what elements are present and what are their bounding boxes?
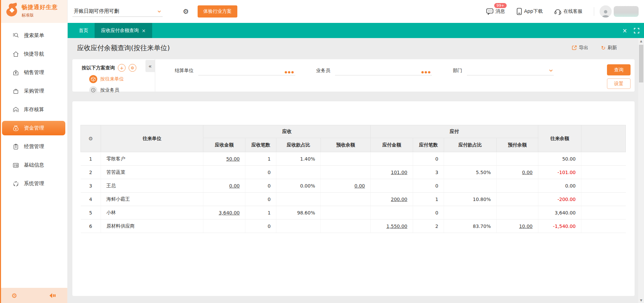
main-area: 开账日期可停用可删 ⚙ 体验行业方案 消息 99+ App下载 在线客服: [68, 0, 644, 303]
sidebar-item-purchase[interactable]: 采购管理: [0, 82, 67, 100]
amount-link[interactable]: 1,550.00: [386, 224, 407, 229]
close-all-tabs-icon[interactable]: ×: [622, 27, 627, 34]
sidebar-item-search-menu[interactable]: 搜索菜单: [0, 26, 67, 45]
scheme-settings-icon[interactable]: ⚙: [129, 64, 136, 72]
avatar[interactable]: [600, 5, 612, 18]
page-title: 应收应付余额查询(按往来单位): [77, 43, 170, 53]
table-row: 5 小林 3,640.00 1 98.60% 0 3,640.00: [81, 206, 626, 220]
tab-balance-query[interactable]: 应收应付余额查询 ×: [95, 23, 152, 38]
sidebar-item-inventory[interactable]: 库存核算: [0, 100, 67, 119]
field-label-salesman: 业务员: [316, 67, 330, 74]
collapse-panel-icon[interactable]: «: [145, 60, 155, 72]
unit-name: 小林: [101, 206, 203, 220]
search-icon: [12, 32, 20, 39]
department-select[interactable]: [467, 67, 554, 75]
user-name-redacted[interactable]: [614, 6, 639, 17]
table-row: 6 原材料供应商 0 1,550.00 2 83.70% 10.00 -1,54…: [81, 220, 626, 233]
sidebar-item-funds[interactable]: 资金管理: [0, 119, 67, 137]
amount-link[interactable]: 101.00: [391, 170, 407, 175]
user-icon: [601, 9, 610, 18]
sidebar: 畅捷通好生意 标准版 搜索菜单 快捷导航 销售管理: [0, 0, 68, 303]
amount-link[interactable]: 0.00: [354, 183, 365, 189]
col-group-receivable: 应收: [203, 125, 371, 138]
scrollbar-thumb[interactable]: [639, 45, 643, 82]
sidebar-settings-icon[interactable]: ⚙: [11, 292, 17, 299]
amount-link[interactable]: 3,640.00: [219, 210, 240, 215]
amount-link[interactable]: 10.00: [519, 224, 533, 229]
col-yf-count: 应付笔数: [413, 138, 444, 152]
brand-name: 畅捷通好生意: [22, 3, 58, 11]
id-card-icon: [12, 162, 20, 169]
table-row: 3 王总 0.00 0 0.00% 0.00 0 0.00: [81, 179, 626, 193]
filter-card: 按以下方案查询 + ⚙ « 按往来单位: [72, 59, 635, 92]
messages-button[interactable]: 消息 99+: [486, 8, 505, 15]
amount-link[interactable]: 200.00: [391, 197, 407, 202]
export-icon: [572, 45, 577, 50]
messages-label: 消息: [496, 8, 505, 14]
col-ys-pre: 预收余额: [321, 138, 371, 152]
window-accent-line: [0, 0, 1, 303]
export-button[interactable]: 导出: [572, 45, 588, 51]
query-button[interactable]: 查询: [607, 64, 631, 75]
sidebar-item-system[interactable]: 系统管理: [0, 174, 67, 193]
content-area: 按以下方案查询 + ⚙ « 按往来单位: [68, 58, 644, 303]
scheme-item-by-salesman[interactable]: 按业务员: [89, 86, 155, 94]
sidebar-item-basic-info[interactable]: 基础信息: [0, 156, 67, 174]
vertical-scrollbar[interactable]: ▲ ▼: [638, 38, 644, 303]
export-label: 导出: [579, 45, 588, 51]
unit-name: 原材料供应商: [101, 220, 203, 233]
col-balance: 往来余额: [538, 125, 581, 152]
tab-close-icon[interactable]: ×: [142, 28, 146, 33]
amount-link[interactable]: 0.00: [522, 170, 533, 175]
account-set-select[interactable]: 开账日期可停用可删: [72, 6, 163, 17]
refresh-button[interactable]: ↻ 刷新: [601, 45, 617, 51]
table-row: 1 零散客户 50.00 1 1.40% 0 50.00: [81, 152, 626, 166]
col-group-payable: 应付: [371, 125, 538, 138]
sidebar-item-operations[interactable]: 经营管理: [0, 137, 67, 156]
sidebar-item-sales[interactable]: 销售管理: [0, 63, 67, 82]
refresh-label: 刷新: [608, 45, 617, 51]
settings-button[interactable]: 设置: [607, 78, 631, 89]
scroll-up-icon[interactable]: ▲: [638, 38, 644, 44]
brand-edition: 标准版: [22, 12, 58, 18]
clock-icon: [89, 86, 97, 94]
col-ys-pct: 应收款占比: [276, 138, 321, 152]
amount-link[interactable]: 0.00: [229, 183, 240, 189]
online-service-button[interactable]: 在线客服: [554, 8, 582, 15]
chevron-down-icon[interactable]: [549, 68, 553, 74]
speaker-icon[interactable]: [49, 293, 56, 299]
scroll-down-icon[interactable]: ▼: [638, 297, 644, 303]
sidebar-menu: 搜索菜单 快捷导航 销售管理 采购管理: [0, 23, 67, 288]
unit-name: 零散客户: [101, 152, 203, 166]
field-label-department: 部门: [453, 67, 462, 74]
lookup-ellipsis-icon[interactable]: ●●●: [421, 70, 431, 74]
online-service-label: 在线客服: [564, 8, 582, 14]
tab-home[interactable]: 首页: [72, 23, 95, 38]
add-scheme-icon[interactable]: +: [118, 64, 126, 72]
scheme-item-by-unit[interactable]: 按往来单位: [89, 75, 155, 83]
unit-name: 苦苦蔬菜: [101, 166, 203, 179]
table-header: ⚙ 往来单位 应收 应付 往来余额 应收金额 应收笔数 应收款占比 预收余额: [81, 125, 626, 152]
settle-unit-input[interactable]: ●●●: [198, 67, 295, 75]
trial-industry-button[interactable]: 体验行业方案: [198, 5, 237, 18]
scheme-pane: 按以下方案查询 + ⚙ « 按往来单位: [72, 59, 155, 92]
cube-icon: [89, 75, 97, 83]
gear-icon[interactable]: ⚙: [183, 7, 189, 15]
sales-house-icon: [12, 69, 20, 76]
headset-icon: [554, 8, 562, 15]
amount-link[interactable]: 50.00: [226, 156, 240, 162]
clipboard-icon: [12, 143, 20, 150]
topbar: 开账日期可停用可删 ⚙ 体验行业方案 消息 99+ App下载 在线客服: [68, 0, 644, 23]
topbar-right: 消息 99+ App下载 在线客服: [486, 5, 644, 18]
page-header: 应收应付余额查询(按往来单位) 导出 ↻ 刷新: [68, 38, 644, 58]
salesman-input[interactable]: ●●●: [335, 67, 432, 75]
sidebar-item-quick-nav[interactable]: 快捷导航: [0, 45, 67, 63]
messages-badge: 99+: [494, 3, 507, 8]
app-download-button[interactable]: App下载: [516, 8, 543, 15]
money-bag-icon: [12, 125, 20, 132]
fullscreen-icon[interactable]: [634, 28, 639, 33]
column-settings-icon[interactable]: ⚙: [89, 136, 93, 142]
col-empty: [581, 125, 626, 152]
filter-fields: 结算单位 ●●● 业务员 ●●● 部门: [155, 59, 635, 92]
lookup-ellipsis-icon[interactable]: ●●●: [284, 70, 295, 74]
